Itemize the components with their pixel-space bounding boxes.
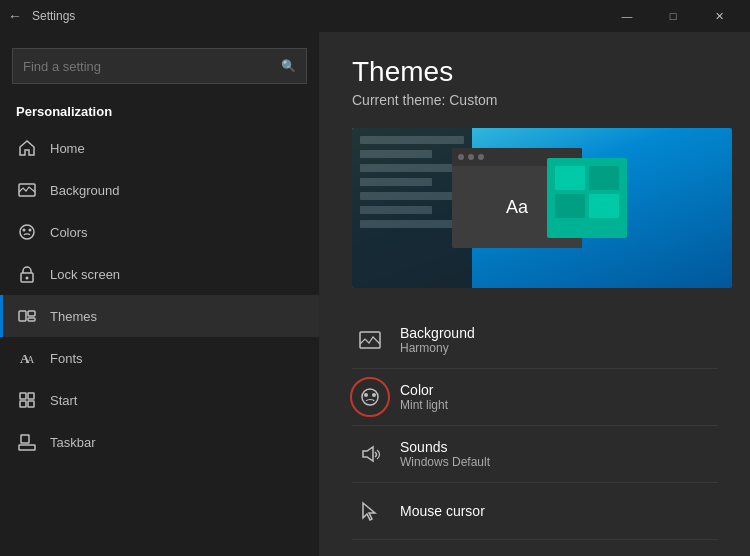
preview-teal-inner	[555, 166, 619, 218]
sidebar-item-themes[interactable]: Themes	[0, 295, 319, 337]
teal-cell-1	[555, 166, 585, 190]
teal-cell-4	[589, 194, 619, 218]
search-box[interactable]: 🔍	[12, 48, 307, 84]
title-bar: ← Settings — □ ✕	[0, 0, 750, 32]
svg-point-3	[29, 229, 32, 232]
background-icon	[16, 179, 38, 201]
page-title: Themes	[352, 56, 718, 88]
taskbar-label: Taskbar	[50, 435, 96, 450]
home-label: Home	[50, 141, 85, 156]
sounds-row-label: Sounds	[400, 439, 490, 455]
teal-cell-2	[589, 166, 619, 190]
svg-point-5	[26, 277, 29, 280]
sidebar-item-home[interactable]: Home	[0, 127, 319, 169]
svg-marker-22	[363, 503, 375, 520]
preview-line-4	[360, 178, 432, 186]
theme-row-color[interactable]: Color Mint light	[352, 369, 718, 426]
color-row-value: Mint light	[400, 398, 448, 412]
background-row-label: Background	[400, 325, 475, 341]
svg-rect-13	[20, 401, 26, 407]
sidebar-item-background[interactable]: Background	[0, 169, 319, 211]
fonts-label: Fonts	[50, 351, 83, 366]
sidebar-item-lock-screen[interactable]: Lock screen	[0, 253, 319, 295]
svg-rect-8	[28, 318, 35, 321]
svg-text:A: A	[27, 354, 35, 365]
sidebar-item-colors[interactable]: Colors	[0, 211, 319, 253]
aa-text: Aa	[506, 197, 528, 218]
window-controls: — □ ✕	[604, 0, 742, 32]
close-button[interactable]: ✕	[696, 0, 742, 32]
lock-icon	[16, 263, 38, 285]
themes-icon	[16, 305, 38, 327]
taskbar-icon	[16, 431, 38, 453]
color-ring	[350, 377, 390, 417]
sidebar-item-start[interactable]: Start	[0, 379, 319, 421]
fonts-icon: A A	[16, 347, 38, 369]
home-icon	[16, 137, 38, 159]
svg-rect-17	[360, 332, 380, 348]
preview-line-1	[360, 136, 464, 144]
svg-marker-21	[363, 447, 373, 461]
svg-rect-12	[28, 393, 34, 399]
sounds-row-icon	[352, 436, 388, 472]
colors-label: Colors	[50, 225, 88, 240]
svg-rect-14	[28, 401, 34, 407]
preview-line-3	[360, 164, 464, 172]
theme-row-mouse-cursor[interactable]: Mouse cursor	[352, 483, 718, 540]
theme-preview: Aa	[352, 128, 732, 288]
section-label: Personalization	[0, 100, 319, 127]
teal-cell-3	[555, 194, 585, 218]
preview-line-6	[360, 206, 432, 214]
sounds-row-value: Windows Default	[400, 455, 490, 469]
cursor-row-icon	[352, 493, 388, 529]
sounds-row-text: Sounds Windows Default	[400, 439, 490, 469]
svg-rect-7	[28, 311, 35, 316]
colors-icon	[16, 221, 38, 243]
minimize-button[interactable]: —	[604, 0, 650, 32]
background-row-icon	[352, 322, 388, 358]
svg-point-1	[20, 225, 34, 239]
main-content: 🔍 Personalization Home Background	[0, 32, 750, 556]
preview-line-2	[360, 150, 432, 158]
theme-row-background[interactable]: Background Harmony	[352, 312, 718, 369]
preview-line-5	[360, 192, 464, 200]
start-icon	[16, 389, 38, 411]
color-row-label: Color	[400, 382, 448, 398]
desktop-overlay: Aa	[352, 128, 732, 288]
maximize-button[interactable]: □	[650, 0, 696, 32]
svg-point-2	[23, 229, 26, 232]
preview-teal-block	[547, 158, 627, 238]
back-button[interactable]: ←	[8, 8, 22, 24]
color-row-text: Color Mint light	[400, 382, 448, 412]
svg-rect-11	[20, 393, 26, 399]
themes-label: Themes	[50, 309, 97, 324]
right-panel: Themes Current theme: Custom	[320, 32, 750, 556]
preview-line-7	[360, 220, 464, 228]
svg-rect-15	[19, 445, 35, 450]
cursor-row-label: Mouse cursor	[400, 503, 485, 519]
start-label: Start	[50, 393, 77, 408]
background-row-text: Background Harmony	[400, 325, 475, 355]
svg-rect-16	[21, 435, 29, 443]
search-input[interactable]	[23, 59, 281, 74]
search-icon[interactable]: 🔍	[281, 59, 296, 73]
svg-rect-6	[19, 311, 26, 321]
sidebar-item-fonts[interactable]: A A Fonts	[0, 337, 319, 379]
sidebar-item-taskbar[interactable]: Taskbar	[0, 421, 319, 463]
background-row-value: Harmony	[400, 341, 475, 355]
sidebar: 🔍 Personalization Home Background	[0, 32, 320, 556]
page-subtitle: Current theme: Custom	[352, 92, 718, 108]
theme-row-sounds[interactable]: Sounds Windows Default	[352, 426, 718, 483]
background-label: Background	[50, 183, 119, 198]
cursor-row-text: Mouse cursor	[400, 503, 485, 519]
app-title: Settings	[32, 9, 604, 23]
lock-screen-label: Lock screen	[50, 267, 120, 282]
